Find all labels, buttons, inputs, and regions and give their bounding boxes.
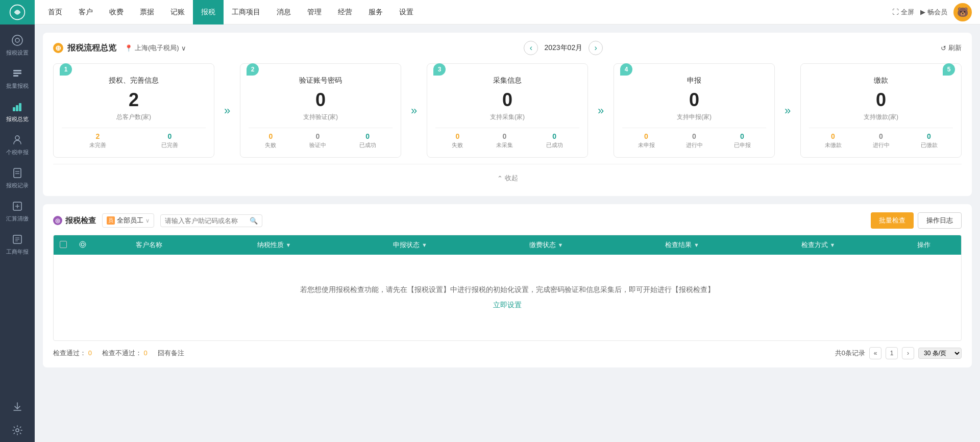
pass-num[interactable]: 0: [88, 349, 92, 357]
stat-label-5-1: 进行中: [873, 141, 890, 149]
sidebar-item-download[interactable]: [0, 395, 35, 419]
nav-biz[interactable]: 工商项目: [224, 0, 268, 24]
filter-icon-5: ▼: [830, 242, 836, 248]
prev-month-btn[interactable]: ‹: [524, 41, 538, 55]
stat-num-5-0: 0: [831, 132, 835, 140]
nav-home[interactable]: 首页: [40, 0, 70, 24]
stat-5-1: 0 进行中: [873, 132, 890, 149]
sidebar-item-individual-tax[interactable]: 个税申报: [0, 128, 35, 161]
nav-message[interactable]: 消息: [268, 0, 299, 24]
settings-bottom-icon: [11, 424, 24, 437]
refresh-btn[interactable]: ↺ 刷新: [941, 43, 962, 53]
nav-fee[interactable]: 收费: [101, 0, 132, 24]
stat-2-1: 0 验证中: [309, 132, 326, 149]
nav-manage[interactable]: 管理: [299, 0, 330, 24]
sidebar-item-settings-bottom[interactable]: [0, 419, 35, 442]
stat-label-4-0: 未申报: [638, 141, 655, 149]
stat-label-1-0: 未完善: [89, 141, 106, 149]
logo[interactable]: [0, 0, 35, 24]
footer-left: 检查通过： 0 检查不通过： 0 囧有备注: [53, 349, 184, 358]
member-btn[interactable]: ▶ 畅会员: [920, 8, 947, 17]
fail-num[interactable]: 0: [143, 349, 147, 357]
sidebar-item-tax-overview[interactable]: 报税总览: [0, 95, 35, 128]
sidebar-item-batch-tax[interactable]: 批量报税: [0, 62, 35, 95]
avatar[interactable]: 🐻: [953, 3, 972, 21]
stat-4-1: 0 进行中: [686, 132, 703, 149]
tax-settings-icon: [11, 34, 24, 47]
filter-icon-3: ▼: [558, 242, 564, 248]
batch-tax-icon: [11, 67, 24, 80]
note-label: 囧有备注: [158, 349, 184, 358]
arrow-icon-2: »: [411, 104, 417, 117]
stat-num-4-2: 0: [740, 132, 744, 140]
step-title-4: 申报: [622, 76, 766, 85]
total-label: 共0条记录: [835, 349, 865, 358]
flow-arrow-1: »: [214, 63, 240, 158]
step-stats-1: 2 未完善 0 已完善: [62, 132, 206, 149]
check-header: ◎ 报税检查 员 全部员工 ∨ 🔍 批量检查 操作日志: [53, 212, 962, 229]
next-page-btn[interactable]: ›: [902, 347, 914, 359]
step-num-2: 0: [249, 89, 393, 111]
th-pay-status[interactable]: 缴费状态 ▼: [478, 235, 614, 255]
step-title-3: 采集信息: [435, 76, 579, 85]
setup-link[interactable]: 立即设置: [493, 301, 522, 309]
sidebar-item-annual-report[interactable]: 工商年报: [0, 228, 35, 261]
step-title-5: 缴款: [809, 76, 953, 85]
nav-bookkeeping[interactable]: 记账: [162, 0, 193, 24]
stat-num-3-2: 0: [552, 132, 556, 140]
nav-service[interactable]: 服务: [360, 0, 391, 24]
check-section: ◎ 报税检查 员 全部员工 ∨ 🔍 批量检查 操作日志: [43, 204, 972, 367]
operation-log-btn[interactable]: 操作日志: [918, 212, 962, 229]
batch-check-btn[interactable]: 批量检查: [871, 212, 914, 229]
first-page-btn[interactable]: «: [869, 347, 881, 359]
overview-icon: ⊕: [53, 43, 63, 53]
tax-overview-icon: [11, 100, 24, 113]
collapse-btn[interactable]: ⌃ 收起: [53, 168, 962, 188]
stat-3-2: 0 已成功: [546, 132, 563, 149]
sidebar-item-tax-settings[interactable]: 报税设置: [0, 29, 35, 62]
table-empty-cell: 若您想使用报税检查功能，请先在【报税设置】中进行报税的初始化设置，完成密码验证和…: [54, 255, 961, 340]
stat-num-5-2: 0: [927, 132, 931, 140]
check-table-container: 客户名称 纳税性质 ▼ 申报状态 ▼: [53, 235, 962, 341]
th-check-method[interactable]: 检查方式 ▼: [750, 235, 886, 255]
nav-client[interactable]: 客户: [70, 0, 101, 24]
overview-header: ⊕ 报税流程总览 📍 上海(电子税局) ∨ ‹ 2023年02月 › ↺ 刷新: [53, 41, 962, 55]
fullscreen-btn[interactable]: ⛶ 全屏: [892, 8, 914, 17]
stat-label-4-1: 进行中: [686, 141, 703, 149]
check-table: 客户名称 纳税性质 ▼ 申报状态 ▼: [54, 235, 961, 340]
stat-label-5-2: 已缴款: [921, 141, 938, 149]
stat-num-3-1: 0: [503, 132, 507, 140]
employee-select[interactable]: 员 全部员工 ∨: [102, 213, 154, 228]
search-input[interactable]: [165, 217, 248, 225]
per-page-select[interactable]: 30 条/页50 条/页100 条/页: [918, 348, 962, 359]
stat-num-2-2: 0: [365, 132, 370, 140]
svg-point-1: [12, 35, 22, 45]
stat-num-3-0: 0: [455, 132, 459, 140]
location-tag[interactable]: 📍 上海(电子税局) ∨: [125, 43, 186, 53]
svg-point-21: [16, 429, 19, 432]
nav-operate[interactable]: 经营: [330, 0, 360, 24]
th-tax-nature[interactable]: 纳税性质 ▼: [206, 235, 342, 255]
employee-icon: 员: [107, 216, 115, 225]
step-card-5: 5 缴款 0 支持缴款(家) 0 未缴款 0 进行中 0 已缴: [800, 63, 962, 158]
table-footer: 检查通过： 0 检查不通过： 0 囧有备注 共0条记录 « 1 › 30 条/页…: [53, 341, 962, 359]
step-sub-3: 支持采集(家): [435, 113, 579, 121]
search-icon[interactable]: 🔍: [250, 217, 258, 225]
th-check-result[interactable]: 检查结果 ▼: [614, 235, 750, 255]
select-all-checkbox[interactable]: [60, 241, 67, 248]
sidebar-item-settlement[interactable]: 汇算清缴: [0, 194, 35, 228]
nav-tax[interactable]: 报税: [193, 0, 224, 24]
flow-arrow-4: »: [775, 63, 800, 158]
th-report-status[interactable]: 申报状态 ▼: [342, 235, 478, 255]
svg-rect-5: [13, 75, 18, 77]
step-card-2: 2 验证账号密码 0 支持验证(家) 0 失败 0 验证中 0: [240, 63, 401, 158]
nav-right: ⛶ 全屏 ▶ 畅会员 🐻: [892, 3, 980, 21]
sidebar: 报税设置 批量报税 报税总览 个税申报 报税记录 汇算清缴 工商年报: [0, 24, 35, 442]
step-badge-1: 1: [60, 63, 72, 76]
step-num-1: 2: [62, 89, 206, 111]
nav-ticket[interactable]: 票据: [132, 0, 162, 24]
next-month-btn[interactable]: ›: [589, 41, 603, 55]
nav-settings[interactable]: 设置: [391, 0, 422, 24]
arrow-icon-3: »: [598, 104, 604, 117]
sidebar-item-tax-record[interactable]: 报税记录: [0, 161, 35, 194]
